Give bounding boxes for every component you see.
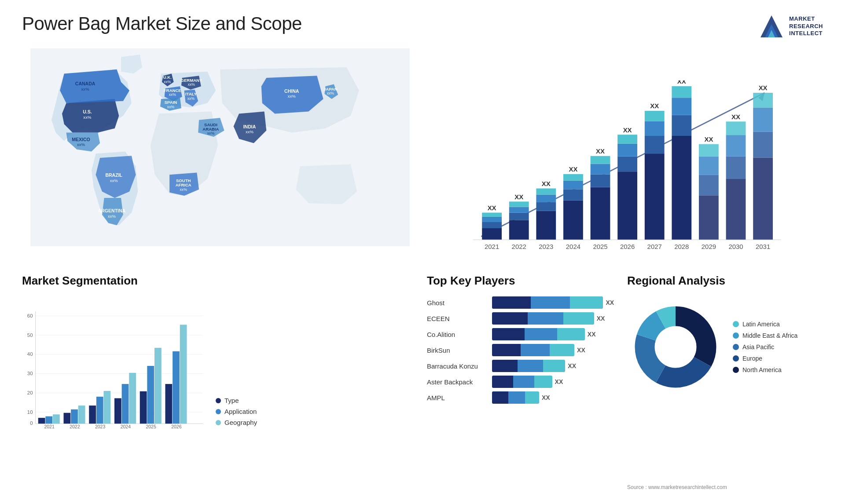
svg-rect-83: [726, 179, 746, 240]
svg-text:CANADA: CANADA: [75, 81, 96, 86]
svg-text:xx%: xx%: [81, 87, 90, 91]
seg-legend-geography: Geography: [216, 419, 257, 426]
table-row: Aster Backpack XX: [427, 376, 623, 388]
svg-rect-133: [129, 373, 136, 424]
svg-text:2024: 2024: [121, 424, 131, 429]
svg-text:xx%: xx%: [188, 82, 195, 87]
svg-rect-38: [482, 228, 502, 240]
player-bar-container: XX: [492, 376, 623, 388]
svg-text:XX: XX: [623, 126, 632, 134]
svg-rect-140: [173, 351, 180, 424]
svg-text:2026: 2026: [620, 243, 635, 250]
map-section: CANADA xx% U.S. xx% MEXICO xx% BRAZIL xx…: [22, 48, 418, 265]
svg-rect-132: [122, 384, 129, 424]
svg-text:60: 60: [27, 313, 33, 318]
segmentation-title: Market Segmentation: [22, 274, 418, 288]
player-value: XX: [568, 362, 576, 369]
svg-rect-41: [482, 213, 502, 217]
svg-rect-91: [753, 93, 773, 108]
legend-item-asia: Asia Pacific: [733, 343, 797, 351]
svg-text:2024: 2024: [566, 243, 580, 250]
svg-rect-63: [617, 172, 637, 240]
svg-text:20: 20: [27, 390, 33, 395]
seg-legend-application: Application: [216, 408, 257, 415]
svg-rect-69: [645, 136, 665, 153]
svg-text:XX: XX: [704, 135, 713, 143]
svg-text:GERMANY: GERMANY: [180, 78, 202, 83]
legend-item-mea: Middle East & Africa: [733, 332, 797, 339]
svg-text:50: 50: [27, 332, 33, 338]
svg-text:2025: 2025: [593, 243, 607, 250]
svg-text:2023: 2023: [95, 424, 106, 429]
svg-rect-61: [591, 156, 610, 164]
svg-rect-64: [617, 157, 637, 172]
player-name: Co.Alition: [427, 331, 489, 338]
svg-rect-53: [563, 201, 583, 240]
svg-rect-139: [165, 384, 173, 424]
svg-text:XX: XX: [731, 113, 740, 121]
player-value: XX: [606, 299, 614, 306]
player-bar-container: XX: [492, 328, 623, 340]
legend-item-north-america: North America: [733, 366, 797, 373]
player-bar-container: XX: [492, 312, 623, 325]
svg-text:XX: XX: [677, 80, 686, 85]
svg-text:SPAIN: SPAIN: [165, 100, 177, 105]
svg-text:xx%: xx%: [180, 187, 187, 192]
seg-application-label: Application: [224, 408, 257, 415]
legend-item-europe: Europe: [733, 355, 797, 362]
svg-text:ARABIA: ARABIA: [202, 127, 219, 131]
svg-text:xx%: xx%: [83, 115, 92, 120]
player-value: XX: [542, 394, 550, 401]
svg-text:CHINA: CHINA: [284, 88, 299, 94]
svg-text:xx%: xx%: [167, 105, 175, 109]
donut-chart: [627, 299, 724, 395]
seg-type-label: Type: [224, 397, 239, 404]
mea-label: Middle East & Africa: [742, 332, 797, 339]
svg-text:JAPAN: JAPAN: [323, 87, 338, 91]
svg-rect-137: [154, 348, 162, 424]
svg-rect-54: [563, 189, 583, 200]
svg-rect-123: [64, 413, 71, 424]
player-name: Aster Backpack: [427, 378, 489, 386]
svg-text:xx%: xx%: [207, 131, 215, 135]
world-map: CANADA xx% U.S. xx% MEXICO xx% BRAZIL xx…: [22, 48, 418, 246]
svg-text:xx%: xx%: [288, 94, 296, 99]
svg-text:xx%: xx%: [187, 96, 195, 101]
svg-rect-73: [672, 136, 691, 240]
player-value: XX: [555, 378, 563, 385]
player-name: AMPL: [427, 394, 489, 402]
player-name: BirkSun: [427, 347, 489, 354]
player-bar-container: XX: [492, 296, 623, 309]
asia-dot: [733, 344, 739, 350]
regional-title: Regional Analysis: [627, 274, 823, 288]
svg-rect-121: [53, 414, 60, 424]
svg-text:2029: 2029: [702, 243, 716, 250]
europe-label: Europe: [742, 355, 762, 362]
svg-rect-71: [645, 111, 665, 121]
svg-text:2022: 2022: [70, 424, 80, 429]
svg-text:2023: 2023: [539, 243, 553, 250]
svg-text:BRAZIL: BRAZIL: [105, 172, 122, 178]
svg-rect-86: [726, 121, 746, 135]
latin-america-label: Latin America: [742, 321, 780, 328]
player-value: XX: [577, 347, 585, 354]
table-row: Barracuda Konzu XX: [427, 360, 623, 372]
svg-text:XX: XX: [542, 180, 551, 187]
svg-text:XX: XX: [488, 204, 496, 212]
svg-point-149: [655, 326, 696, 368]
logo-text: MARKET RESEARCH INTELLECT: [789, 15, 823, 38]
svg-text:FRANCE: FRANCE: [164, 88, 181, 93]
player-bar-container: XX: [492, 344, 623, 356]
svg-text:xx%: xx%: [77, 142, 85, 147]
svg-rect-56: [563, 174, 583, 181]
svg-text:40: 40: [27, 351, 33, 357]
regional-legend: Latin America Middle East & Africa Asia …: [733, 321, 797, 373]
svg-text:AFRICA: AFRICA: [176, 183, 191, 187]
svg-rect-141: [180, 325, 187, 424]
key-players-list: Ghost XX ECEEN: [427, 296, 623, 404]
svg-text:ARGENTINA: ARGENTINA: [98, 208, 126, 213]
table-row: AMPL XX: [427, 391, 623, 404]
svg-rect-44: [509, 213, 529, 220]
svg-text:xx%: xx%: [169, 92, 176, 97]
svg-rect-51: [536, 188, 556, 194]
